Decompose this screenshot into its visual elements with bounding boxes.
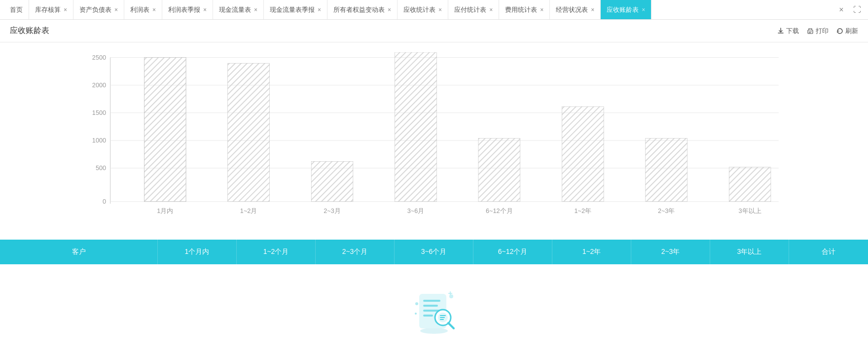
download-icon: [777, 28, 784, 35]
close-icon[interactable]: ×: [540, 6, 543, 13]
svg-rect-45: [440, 319, 444, 320]
svg-text:0: 0: [103, 198, 106, 205]
svg-text:1500: 1500: [92, 109, 106, 116]
empty-state-icon: [407, 284, 461, 338]
close-icon[interactable]: ×: [203, 6, 207, 13]
svg-rect-24: [395, 52, 437, 202]
svg-rect-20: [228, 63, 270, 202]
col-header-1-2m: 1~2个月: [237, 240, 316, 264]
svg-point-46: [415, 302, 418, 305]
close-icon[interactable]: ×: [591, 6, 594, 13]
svg-rect-37: [423, 305, 438, 307]
svg-text:6~12个月: 6~12个月: [486, 208, 513, 214]
tab-expense-stats[interactable]: 费用统计表 ×: [499, 0, 550, 20]
close-window-button[interactable]: ×: [834, 3, 848, 17]
tab-bar: 首页 库存核算 × 资产负债表 × 利润表 × 利润表季报 × 现金流量表 × …: [0, 0, 868, 20]
tab-cash-flow-quarterly[interactable]: 现金流量表季报 ×: [264, 0, 327, 20]
tab-cash-flow[interactable]: 现金流量表 ×: [213, 0, 264, 20]
svg-rect-1: [809, 32, 812, 32]
tab-balance-sheet[interactable]: 资产负债表 ×: [73, 0, 124, 20]
svg-text:1~2年: 1~2年: [574, 208, 591, 214]
col-header-2-3m: 2~3个月: [316, 240, 395, 264]
chart-area: 2500 2000 1500 1000 500 0: [0, 42, 868, 240]
svg-text:3年以上: 3年以上: [739, 208, 761, 214]
refresh-icon: [836, 28, 843, 35]
col-header-3y-plus: 3年以上: [710, 240, 789, 264]
col-header-2-3y: 2~3年: [631, 240, 710, 264]
svg-rect-43: [440, 315, 446, 316]
download-button[interactable]: 下载: [777, 27, 799, 36]
close-icon[interactable]: ×: [152, 6, 156, 13]
svg-point-34: [420, 328, 448, 334]
refresh-button[interactable]: 刷新: [836, 27, 858, 36]
page-title: 应收账龄表: [10, 26, 49, 36]
close-icon[interactable]: ×: [438, 6, 442, 13]
tab-bar-actions: × ⛶: [834, 3, 864, 17]
close-icon[interactable]: ×: [642, 6, 645, 13]
svg-text:2500: 2500: [92, 54, 106, 61]
close-icon[interactable]: ×: [388, 6, 391, 13]
empty-state: [0, 264, 868, 348]
svg-text:1000: 1000: [92, 137, 106, 144]
svg-rect-32: [729, 167, 771, 202]
table-header: 客户 1个月内 1~2个月 2~3个月 3~6个月 6~12个月 1~2年 2~…: [0, 240, 868, 264]
col-header-total: 合计: [789, 240, 868, 264]
svg-text:500: 500: [96, 165, 106, 172]
svg-text:2000: 2000: [92, 82, 106, 89]
col-header-6-12m: 6~12个月: [473, 240, 552, 264]
svg-line-42: [448, 323, 454, 328]
tab-profit-quarterly[interactable]: 利润表季报 ×: [162, 0, 213, 20]
svg-rect-39: [423, 315, 433, 317]
svg-text:1~2月: 1~2月: [240, 208, 257, 214]
tab-inventory[interactable]: 库存核算 ×: [29, 0, 73, 20]
svg-text:3~6月: 3~6月: [407, 208, 425, 214]
col-header-1-2y: 1~2年: [552, 240, 631, 264]
svg-rect-44: [440, 317, 445, 318]
tab-profit-loss[interactable]: 利润表 ×: [124, 0, 162, 20]
svg-text:1月内: 1月内: [157, 208, 173, 214]
maximize-window-button[interactable]: ⛶: [850, 3, 864, 17]
svg-rect-22: [311, 161, 353, 202]
svg-rect-18: [144, 58, 186, 202]
close-icon[interactable]: ×: [114, 6, 118, 13]
tab-home[interactable]: 首页: [4, 0, 29, 20]
col-header-1m: 1个月内: [158, 240, 237, 264]
svg-text:2~3年: 2~3年: [658, 208, 675, 214]
header-actions: 下载 打印 刷新: [777, 27, 858, 36]
tab-ar-stats[interactable]: 应收统计表 ×: [398, 0, 448, 20]
page-header: 应收账龄表 下载 打印 刷新: [0, 20, 868, 42]
col-header-customer: 客户: [0, 240, 158, 264]
close-icon[interactable]: ×: [318, 6, 321, 13]
close-icon[interactable]: ×: [489, 6, 493, 13]
bar-chart: 2500 2000 1500 1000 500 0: [15, 52, 853, 230]
tab-ap-stats[interactable]: 应付统计表 ×: [448, 0, 499, 20]
tab-operations[interactable]: 经营状况表 ×: [550, 0, 601, 20]
tab-ar-aging[interactable]: 应收账龄表 ×: [601, 0, 651, 20]
col-header-3-6m: 3~6个月: [395, 240, 473, 264]
close-icon[interactable]: ×: [64, 6, 67, 13]
svg-rect-30: [646, 139, 687, 202]
svg-rect-2: [809, 33, 811, 33]
print-icon: [807, 28, 814, 35]
main-content: 2500 2000 1500 1000 500 0: [0, 42, 868, 355]
print-button[interactable]: 打印: [807, 27, 829, 36]
svg-rect-36: [423, 300, 440, 302]
svg-text:2~3月: 2~3月: [324, 208, 341, 214]
svg-rect-26: [478, 139, 520, 202]
svg-point-48: [415, 313, 417, 315]
svg-point-47: [449, 294, 453, 298]
close-icon[interactable]: ×: [254, 6, 257, 13]
svg-rect-28: [562, 106, 604, 202]
tab-equity-changes[interactable]: 所有者权益变动表 ×: [327, 0, 398, 20]
